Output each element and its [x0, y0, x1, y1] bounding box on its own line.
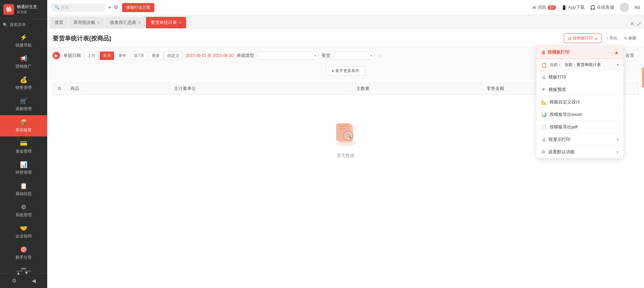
notification-action[interactable]: ✉ 消息 99+ [532, 4, 556, 10]
sidebar-icon-guide: 🎯 [20, 246, 27, 253]
topbar-gear-icon[interactable]: ⚙ [114, 4, 118, 10]
print-item-icon-template-design: 📐 [541, 99, 547, 105]
sidebar-search[interactable]: 🔍 搜索菜单 [0, 19, 47, 30]
sidebar-label-system: 系统管理 [16, 212, 32, 218]
print-more-icon[interactable]: ··· [607, 50, 611, 55]
sidebar-icon-collab: 🤝 [20, 225, 27, 232]
settings-icon[interactable]: ⚙ [12, 278, 17, 284]
window-close-btn[interactable]: ✕ [630, 21, 634, 27]
sidebar-item-purchase[interactable]: 🛒采购管理 [0, 94, 47, 115]
print-item-template-excel[interactable]: 📊 按模板导出excel [536, 108, 623, 121]
sidebar-label-quick-nav: 快捷导航 [16, 42, 32, 48]
sidebar-item-finance[interactable]: 💳资金管理 [0, 136, 47, 158]
print-item-template-print[interactable]: 🖨 模板打印 [536, 71, 623, 84]
print-dropdown-arrow: ▲ [594, 36, 598, 40]
tab-close-order-stat[interactable]: × [179, 20, 181, 25]
sidebar-item-collab[interactable]: 🤝企业协同 [0, 221, 47, 243]
filter-expand-btn[interactable]: ▶ [53, 52, 60, 59]
print-item-template-design[interactable]: 📐 模板自定义设计 [536, 96, 623, 108]
date-btn-上月[interactable]: 上月 [84, 52, 98, 60]
print-button[interactable]: 🖨 按模板打印 ▲ [564, 33, 602, 43]
trial-button[interactable]: 体验行业方案 [122, 3, 154, 12]
search-icon: 🔍 [3, 23, 8, 27]
print-item-template-preview[interactable]: 👁 模板预览 [536, 84, 623, 96]
tab-close-batch[interactable]: × [97, 20, 100, 25]
date-buttons: 上月本月本年近7天更多自定义 [84, 52, 182, 60]
tab-label-home: 首页 [55, 20, 63, 26]
table-settings-icon[interactable]: ⚙ [57, 86, 62, 91]
notification-icon: ✉ [532, 5, 536, 10]
print-item-template-pdf[interactable]: 📄 按模板导出pdf [536, 121, 623, 133]
svg-point-9 [353, 126, 354, 126]
date-btn-近7天[interactable]: 近7天 [131, 52, 147, 60]
expand-conditions-btn[interactable]: ▾ 展开更多条件 [326, 66, 365, 75]
svg-rect-3 [339, 126, 348, 127]
sidebar-item-marketing[interactable]: 📢营销推广 [0, 52, 47, 73]
sidebar-item-apps[interactable]: 🔲应用中心 [0, 264, 47, 269]
sidebar-icon-system: ⚙ [21, 203, 26, 211]
tab-label-order-stat: 要货单统计表 [151, 20, 177, 26]
sidebar-item-quick-nav[interactable]: ⚡快捷导航 [0, 30, 47, 52]
vertical-scrollbar[interactable] [642, 67, 644, 88]
sidebar-label-guide: 新手引导 [16, 255, 32, 260]
date-filter-label: 单据日期 [63, 53, 81, 59]
print-item-display-print[interactable]: 🖨 按显示打印 ▾ [536, 133, 623, 146]
order-goods-label: 要货 [322, 53, 330, 59]
table-col-1: 商品 [66, 83, 170, 95]
sidebar-item-system[interactable]: ⚙系统管理 [0, 200, 47, 221]
print-item-icon-default-func: ⚙ [541, 149, 546, 155]
date-btn-本月[interactable]: 本月 [100, 52, 114, 60]
print-item-default-func[interactable]: ⚙ 设置默认功能 ▾ [536, 146, 623, 158]
export-icon: ↑ [606, 36, 608, 41]
refresh-button[interactable]: ↻ 刷新 [622, 34, 639, 43]
tab-order-stat[interactable]: 要货单统计表× [146, 17, 186, 28]
sidebar-item-sales[interactable]: 💰销售管理 [0, 73, 47, 94]
date-btn-更多[interactable]: 更多 [149, 52, 163, 60]
current-template-arrow: ▾ [617, 63, 619, 67]
sidebar-logo: 畅 畅通好生意 标准版 [0, 0, 47, 19]
sidebar-item-operations[interactable]: 📊经营管理 [0, 158, 47, 179]
date-btn-本年[interactable]: 本年 [115, 52, 129, 60]
sidebar-label-basic: 基础信息 [16, 191, 32, 197]
order-goods-select[interactable] [334, 52, 374, 60]
topbar-dropdown-arrow[interactable]: ▾ [109, 5, 111, 10]
sidebar-item-inventory[interactable]: 📦库存核算 [0, 115, 47, 136]
export-button[interactable]: ↑ 导出 [604, 34, 619, 43]
window-controls: ✕ ⤢ [630, 21, 641, 28]
window-maximize-btn[interactable]: ⤢ [637, 21, 641, 27]
user-avatar[interactable] [620, 3, 629, 12]
filter-more-icon[interactable]: ··· [378, 53, 382, 58]
scroll-down-btn[interactable]: ▼ [24, 270, 31, 272]
date-btn-自定义[interactable]: 自定义 [164, 52, 182, 60]
sidebar-item-guide[interactable]: 🎯新手引导 [0, 243, 47, 264]
print-dropdown-close-btn[interactable]: ▲ [614, 50, 619, 55]
app-download-icon: 📱 [561, 5, 567, 10]
sidebar-label-inventory: 库存核算 [16, 127, 32, 133]
print-item-icon-template-excel: 📊 [541, 112, 547, 117]
order-type-select[interactable] [258, 52, 318, 60]
order-type-label: 单据类型 [237, 53, 254, 59]
customer-service-action[interactable]: 🎧 在线客服 [590, 4, 614, 10]
tab-home[interactable]: 首页 [50, 17, 68, 28]
tab-batch[interactable]: 库存批次账× [69, 17, 105, 28]
topbar-search-box[interactable]: 🔍 搜索 [51, 3, 105, 12]
tab-collect[interactable]: 收发存汇总表× [105, 17, 145, 28]
print-item-icon-template-preview: 👁 [541, 87, 546, 92]
current-template-item[interactable]: 📋 当前： 当前：要货单统计表 ▾ [536, 59, 623, 71]
sidebar-icon-purchase: 🛒 [20, 97, 27, 105]
sidebar-icon-inventory: 📦 [20, 119, 27, 126]
scroll-up-btn[interactable]: ▲ [16, 270, 23, 272]
table-col-0: ⚙ [53, 83, 66, 95]
sidebar-label-marketing: 营销推广 [16, 64, 32, 69]
refresh-icon: ↻ [624, 36, 627, 41]
collapse-icon[interactable]: ◀ [32, 278, 36, 284]
print-item-icon-template-pdf: 📄 [541, 124, 547, 130]
sidebar-icon-operations: 📊 [20, 161, 27, 168]
headset-icon: 🎧 [590, 5, 595, 10]
sidebar-item-basic[interactable]: 📋基础信息 [0, 179, 47, 200]
tab-close-collect[interactable]: × [138, 20, 141, 25]
app-download-action[interactable]: 📱 App下载 [561, 4, 585, 10]
topbar-actions: ✉ 消息 99+ 📱 App下载 🎧 在线客服 Rit [532, 3, 640, 12]
tab-label-collect: 收发存汇总表 [110, 20, 136, 26]
print-dropdown-items: 🖨 模板打印 👁 模板预览 📐 模板自定义设计 📊 按模板导出excel 📄 按… [536, 71, 623, 158]
